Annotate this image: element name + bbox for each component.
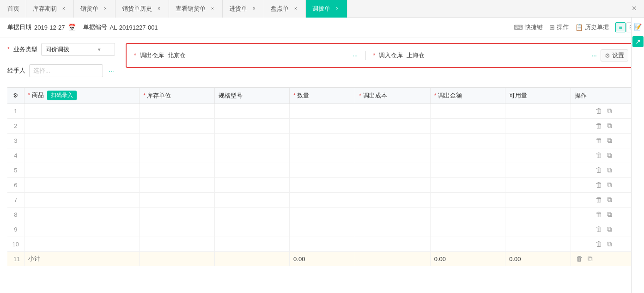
row-cost-10[interactable] xyxy=(355,237,430,251)
scan-button[interactable]: 扫码录入 xyxy=(47,91,77,100)
row-qty-7[interactable] xyxy=(290,192,355,207)
subtotal-delete-icon[interactable]: 🗑 xyxy=(576,255,583,262)
delete-icon-2[interactable]: 🗑 xyxy=(595,122,602,129)
operations-button[interactable]: ⊞ 操作 xyxy=(549,23,569,31)
row-cost-3[interactable] xyxy=(355,133,430,148)
delete-icon-5[interactable]: 🗑 xyxy=(595,166,602,174)
sidebar-share-icon[interactable]: ↗ xyxy=(632,36,644,47)
tab-transfer-order[interactable]: 调拨单 × xyxy=(306,0,347,18)
tab-transfer-order-close[interactable]: × xyxy=(334,6,340,12)
tab-inventory-init[interactable]: 库存期初 × xyxy=(26,0,74,18)
row-spec-8[interactable] xyxy=(214,207,289,222)
row-unit-10[interactable] xyxy=(140,237,214,251)
row-spec-5[interactable] xyxy=(214,163,289,177)
row-qty-8[interactable] xyxy=(290,207,355,222)
row-product-4[interactable] xyxy=(24,148,140,163)
row-cost-1[interactable] xyxy=(355,104,430,118)
delete-icon-6[interactable]: 🗑 xyxy=(595,181,602,189)
settings-button[interactable]: ⚙ 设置 xyxy=(601,49,628,61)
row-amount-10[interactable] xyxy=(430,237,505,251)
row-product-9[interactable] xyxy=(24,222,140,237)
row-product-6[interactable] xyxy=(24,177,140,192)
row-cost-8[interactable] xyxy=(355,207,430,222)
row-cost-6[interactable] xyxy=(355,177,430,192)
tab-sales-order-close[interactable]: × xyxy=(102,6,109,12)
row-amount-3[interactable] xyxy=(430,133,505,148)
row-qty-2[interactable] xyxy=(290,118,355,133)
row-product-3[interactable] xyxy=(24,133,140,148)
row-amount-6[interactable] xyxy=(430,177,505,192)
handler-select[interactable]: 选择... xyxy=(29,64,103,77)
copy-icon-3[interactable]: ⧉ xyxy=(607,136,612,144)
row-qty-4[interactable] xyxy=(290,148,355,163)
tab-view-sales-close[interactable]: × xyxy=(209,6,216,12)
row-amount-8[interactable] xyxy=(430,207,505,222)
copy-icon-7[interactable]: ⧉ xyxy=(607,195,612,203)
row-unit-7[interactable] xyxy=(140,192,214,207)
row-amount-5[interactable] xyxy=(430,163,505,177)
copy-icon-6[interactable]: ⧉ xyxy=(607,181,612,189)
copy-icon-2[interactable]: ⧉ xyxy=(607,122,612,129)
row-product-7[interactable] xyxy=(24,192,140,207)
tab-purchase-order[interactable]: 进货单 × xyxy=(223,0,264,18)
row-unit-5[interactable] xyxy=(140,163,214,177)
row-spec-1[interactable] xyxy=(214,104,289,118)
row-qty-5[interactable] xyxy=(290,163,355,177)
copy-icon-8[interactable]: ⧉ xyxy=(607,210,612,218)
col-header-settings[interactable]: ⚙ xyxy=(7,88,24,104)
tab-view-sales[interactable]: 查看销货单 × xyxy=(169,0,223,18)
row-unit-6[interactable] xyxy=(140,177,214,192)
sidebar-notes-icon[interactable]: 📝 xyxy=(632,21,644,32)
row-unit-8[interactable] xyxy=(140,207,214,222)
business-type-select[interactable]: 同价调拨 ▼ xyxy=(41,43,115,56)
copy-icon-10[interactable]: ⧉ xyxy=(607,240,612,248)
row-product-8[interactable] xyxy=(24,207,140,222)
row-spec-4[interactable] xyxy=(214,148,289,163)
delete-icon-10[interactable]: 🗑 xyxy=(595,240,602,248)
warehouse-in-more-button[interactable]: ··· xyxy=(591,52,597,59)
row-unit-1[interactable] xyxy=(140,104,214,118)
row-cost-2[interactable] xyxy=(355,118,430,133)
row-product-10[interactable] xyxy=(24,237,140,251)
row-amount-1[interactable] xyxy=(430,104,505,118)
tab-sales-order[interactable]: 销货单 × xyxy=(74,0,115,18)
row-qty-3[interactable] xyxy=(290,133,355,148)
row-amount-9[interactable] xyxy=(430,222,505,237)
warehouse-out-more-button[interactable]: ··· xyxy=(352,52,358,59)
tab-inventory-count[interactable]: 盘点单 × xyxy=(264,0,306,18)
copy-icon-9[interactable]: ⧉ xyxy=(607,225,612,233)
row-spec-6[interactable] xyxy=(214,177,289,192)
tab-home[interactable]: 首页 xyxy=(0,0,26,18)
row-product-2[interactable] xyxy=(24,118,140,133)
row-spec-2[interactable] xyxy=(214,118,289,133)
row-amount-2[interactable] xyxy=(430,118,505,133)
row-product-5[interactable] xyxy=(24,163,140,177)
tab-inventory-count-close[interactable]: × xyxy=(292,6,299,12)
row-cost-9[interactable] xyxy=(355,222,430,237)
row-unit-2[interactable] xyxy=(140,118,214,133)
handler-more-button[interactable]: ··· xyxy=(109,67,114,74)
tab-purchase-order-close[interactable]: × xyxy=(251,6,257,12)
tab-inventory-init-close[interactable]: × xyxy=(61,6,67,12)
row-cost-7[interactable] xyxy=(355,192,430,207)
row-amount-7[interactable] xyxy=(430,192,505,207)
copy-icon-4[interactable]: ⧉ xyxy=(607,151,612,159)
row-unit-4[interactable] xyxy=(140,148,214,163)
row-unit-3[interactable] xyxy=(140,133,214,148)
history-button[interactable]: 📋 历史单据 xyxy=(575,23,609,31)
row-cost-5[interactable] xyxy=(355,163,430,177)
row-qty-6[interactable] xyxy=(290,177,355,192)
list-layout-button[interactable]: ≡ xyxy=(615,22,626,32)
copy-icon-1[interactable]: ⧉ xyxy=(607,107,612,115)
shortcuts-button[interactable]: ⌨ 快捷键 xyxy=(514,23,543,31)
row-spec-7[interactable] xyxy=(214,192,289,207)
row-qty-9[interactable] xyxy=(290,222,355,237)
delete-icon-3[interactable]: 🗑 xyxy=(595,136,602,144)
row-spec-10[interactable] xyxy=(214,237,289,251)
row-spec-9[interactable] xyxy=(214,222,289,237)
subtotal-copy-icon[interactable]: ⧉ xyxy=(588,255,593,262)
tab-sales-history-close[interactable]: × xyxy=(156,6,162,12)
copy-icon-5[interactable]: ⧉ xyxy=(607,166,612,174)
tab-sales-history[interactable]: 销货单历史 × xyxy=(115,0,169,18)
delete-icon-7[interactable]: 🗑 xyxy=(595,195,602,203)
